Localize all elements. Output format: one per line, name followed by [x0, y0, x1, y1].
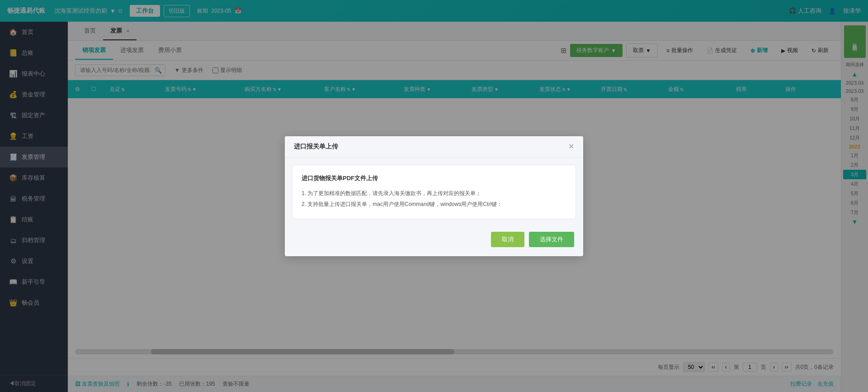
- modal-select-file-button[interactable]: 选择文件: [529, 232, 574, 247]
- modal-instructions-list: 1. 为了更加精准的数据匹配，请先录入海关缴款书，再上传对应的报关单； 2. 支…: [302, 188, 566, 210]
- modal-header: 进口报关单上传 ✕: [285, 136, 583, 158]
- modal-instruction-1: 1. 为了更加精准的数据匹配，请先录入海关缴款书，再上传对应的报关单；: [302, 188, 566, 199]
- modal-instruction-2: 2. 支持批量上传进口报关单，mac用户使用Command键，windows用户…: [302, 199, 566, 210]
- modal-body: 进口货物报关单PDF文件上传 1. 为了更加精准的数据匹配，请先录入海关缴款书，…: [292, 165, 576, 219]
- modal-close-button[interactable]: ✕: [568, 143, 574, 150]
- modal-cancel-button[interactable]: 取消: [491, 232, 524, 247]
- modal-overlay[interactable]: 进口报关单上传 ✕ 进口货物报关单PDF文件上传 1. 为了更加精准的数据匹配，…: [0, 0, 868, 392]
- modal-body-title: 进口货物报关单PDF文件上传: [302, 174, 566, 182]
- modal-footer: 取消 选择文件: [285, 226, 583, 256]
- import-customs-modal: 进口报关单上传 ✕ 进口货物报关单PDF文件上传 1. 为了更加精准的数据匹配，…: [285, 136, 583, 256]
- modal-title: 进口报关单上传: [294, 143, 338, 151]
